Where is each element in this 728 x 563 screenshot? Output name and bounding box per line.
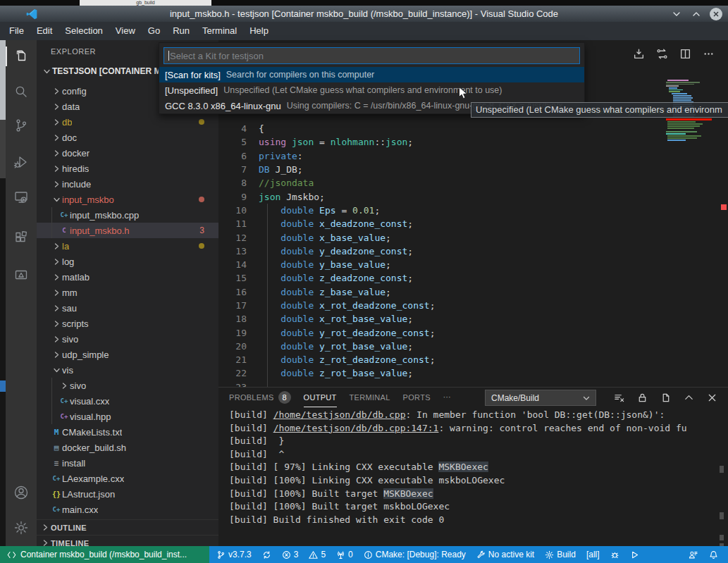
code-area[interactable]: 4{5using json = nlohmann::json;6private:… [218, 122, 728, 394]
tree-file-laexample.cxx[interactable]: C+LAexample.cxx [37, 471, 218, 486]
timeline-section[interactable]: TIMELINE [37, 535, 218, 546]
extensions-icon[interactable] [13, 230, 30, 247]
tree-folder-scripts[interactable]: scripts [37, 316, 218, 331]
code-line[interactable]: 5using json = nlohmann::json; [218, 135, 728, 149]
menu-go[interactable]: Go [142, 22, 166, 40]
tree-folder-doc[interactable]: doc [37, 130, 218, 145]
cmake-icon[interactable] [13, 266, 30, 283]
open-output-editor-icon[interactable] [660, 392, 671, 403]
code-line[interactable]: 19 double y_rot_deadzone_const; [218, 326, 728, 339]
tree-file-input_mskbo.cpp[interactable]: C+input_mskbo.cpp [37, 207, 218, 223]
code-line[interactable]: 22 double z_rot_base_value; [218, 366, 728, 380]
code-line[interactable]: 13 double y_deadzone_const; [218, 245, 728, 258]
panel-scrollbar-mark[interactable] [720, 512, 724, 519]
code-line[interactable]: 7DB J_DB; [218, 163, 728, 176]
outline-section[interactable]: OUTLINE [37, 519, 218, 535]
tree-folder-input_mskbo[interactable]: input_mskbo [37, 192, 218, 207]
tree-folder-sivo[interactable]: sivo [37, 378, 218, 393]
code-line[interactable]: 4{ [218, 122, 728, 135]
panel-tab-terminal[interactable]: TERMINAL [350, 388, 390, 407]
file-link[interactable]: /home/testjson/db/db.cpp:147:1 [273, 423, 439, 433]
tools-status-item[interactable]: No active kit [476, 550, 534, 559]
code-line[interactable]: 9json Jmskbo; [218, 190, 728, 203]
play-status-item[interactable] [630, 550, 639, 559]
file-link[interactable]: /home/testjson/db/db.cpp [273, 409, 406, 420]
tree-folder-vis[interactable]: vis [37, 362, 218, 378]
desktop-download-icon[interactable] [631, 47, 646, 61]
code-line[interactable]: 21 double z_rot_deadzone_const; [218, 353, 728, 366]
close-panel-icon[interactable] [706, 392, 717, 403]
code-line[interactable]: 8//jsondata [218, 176, 728, 190]
maximize-icon[interactable] [690, 8, 703, 20]
panel-tab-output[interactable]: OUTPUT [304, 388, 337, 407]
tree-file-cmakelists.txt[interactable]: MCMakeLists.txt [37, 424, 218, 440]
tree-folder-hiredis[interactable]: hiredis [37, 161, 218, 176]
menu-file[interactable]: File [3, 22, 30, 40]
run-debug-icon[interactable] [13, 154, 30, 171]
clear-output-icon[interactable] [613, 392, 624, 403]
output-channel-select[interactable]: CMake/Build [485, 390, 596, 406]
tree-folder-udp_simple[interactable]: udp_simple [37, 347, 218, 362]
maximize-panel-icon[interactable] [683, 392, 694, 403]
tree-file-visual.hpp[interactable]: C+visual.hpp [37, 409, 218, 424]
feedback-status-item[interactable] [689, 550, 698, 559]
code-line[interactable]: 16 double z_base_value; [218, 285, 728, 299]
tree-folder-sivo[interactable]: sivo [37, 331, 218, 347]
tree-folder-db[interactable]: db [37, 114, 218, 130]
quickpick-input[interactable]: Select a Kit for testjson [164, 47, 580, 64]
menu-help[interactable]: Help [243, 22, 275, 40]
tree-folder-sau[interactable]: sau [37, 300, 218, 316]
tree-folder-include[interactable]: include [37, 176, 218, 192]
tree-file-install[interactable]: ≡install [37, 455, 218, 471]
menu-run[interactable]: Run [166, 22, 196, 40]
code-line[interactable]: 18 double x_rot_base_value; [218, 312, 728, 326]
warning-status-item[interactable]: 5 [309, 550, 326, 559]
code-line[interactable]: 12 double x_base_value; [218, 230, 728, 244]
tree-file-visual.cxx[interactable]: C+visual.cxx [37, 393, 218, 409]
code-line[interactable]: 17 double x_rot_deadzone_const; [218, 299, 728, 312]
menu-terminal[interactable]: Terminal [196, 22, 243, 40]
quickpick-item[interactable]: [Scan for kits]Search for compilers on t… [159, 67, 584, 82]
code-line[interactable]: 20 double y_rot_base_value; [218, 340, 728, 353]
tree-folder-la[interactable]: la [37, 238, 218, 254]
close-icon[interactable] [710, 8, 722, 20]
source-control-icon[interactable] [13, 117, 30, 134]
panel-tab-ports[interactable]: PORTS [403, 388, 431, 407]
menu-selection[interactable]: Selection [58, 22, 109, 40]
tree-file-lastruct.json[interactable]: {}LAstruct.json [37, 486, 218, 502]
radio-tower-status-item[interactable]: 0 [336, 550, 353, 559]
menu-edit[interactable]: Edit [30, 22, 58, 40]
error-status-item[interactable]: 3 [282, 550, 299, 559]
info-status-item[interactable]: CMake: [Debug]: Ready [364, 550, 466, 559]
menu-view[interactable]: View [109, 22, 142, 40]
status-item[interactable]: [all] [586, 550, 600, 559]
code-line[interactable]: 15 double z_deadzone_const; [218, 271, 728, 285]
lock-icon[interactable] [636, 392, 648, 403]
panel-tab-⋯[interactable]: ⋯ [443, 388, 451, 407]
bell-status-item[interactable] [709, 550, 718, 559]
bug-status-item[interactable] [610, 550, 619, 559]
panel-scrollbar-mark[interactable] [720, 466, 724, 473]
settings-gear-icon[interactable] [13, 519, 30, 536]
quickpick-item[interactable]: [Unspecified]Unspecified (Let CMake gues… [159, 82, 584, 98]
minimize-icon[interactable] [670, 8, 683, 20]
tree-folder-docker[interactable]: docker [37, 145, 218, 161]
panel-tab-problems[interactable]: PROBLEMS8 [229, 388, 291, 407]
tree-file-main.cxx[interactable]: C+main.cxx [37, 502, 218, 517]
panel-scrollbar-mark[interactable] [720, 535, 724, 540]
files-icon[interactable] [13, 48, 30, 65]
remote-explorer-icon[interactable] [13, 189, 30, 206]
code-line[interactable]: 11 double x_deadzone_const; [218, 217, 728, 230]
search-icon[interactable] [13, 83, 30, 100]
git-branch-status-item[interactable]: v3.7.3 [216, 550, 252, 559]
remote-indicator[interactable]: Container mskbo_build (/mskbo_build_inst… [0, 546, 209, 563]
code-line[interactable]: 6private: [218, 149, 728, 163]
tree-folder-log[interactable]: log [37, 254, 218, 269]
code-line[interactable]: 10 double Eps = 0.01; [218, 204, 728, 217]
tree-file-docker_build.sh[interactable]: ▤docker_build.sh [37, 440, 218, 455]
code-line[interactable]: 14 double y_base_value; [218, 258, 728, 271]
tree-file-input_mskbo.h[interactable]: Cinput_mskbo.h3 [37, 223, 218, 238]
tree-folder-mm[interactable]: mm [37, 285, 218, 300]
gear-status-item[interactable]: Build [545, 550, 576, 559]
sync-status-item[interactable] [262, 550, 271, 559]
